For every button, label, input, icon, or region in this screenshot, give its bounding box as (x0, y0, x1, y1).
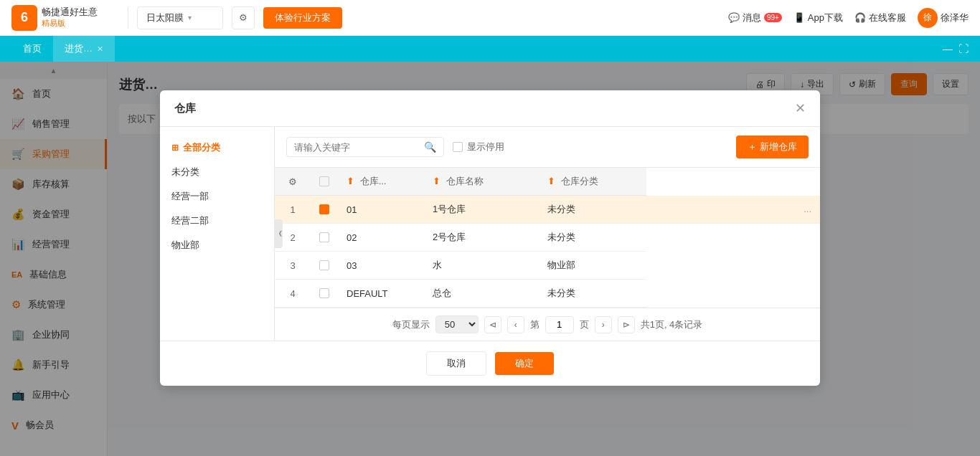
row-category: 未分类 (539, 224, 646, 252)
row-checkbox-cell[interactable] (311, 224, 338, 252)
collapse-arrow-icon: 《 (275, 229, 282, 239)
page-last-button[interactable]: ⊳ (618, 316, 635, 333)
category-item-unclassified[interactable]: 未分类 (160, 160, 274, 184)
table-row[interactable]: 3 03 水 物业部 (275, 252, 820, 280)
page-prev-button[interactable]: ‹ (507, 316, 524, 333)
row-checkbox[interactable] (319, 232, 329, 242)
modal-category-sidebar: ⊞ 全部分类 未分类 经营一部 经营二部 物业部 《 (160, 127, 275, 341)
avatar-initial: 徐 (923, 11, 932, 24)
modal-pagination: 每页显示 50 20 100 ⊲ ‹ 第 页 › ⊳ 共1页, 4条记录 (275, 308, 820, 341)
message-label: 消息 (743, 11, 761, 24)
header-right: 💬 消息 99+ 📱 App下载 🎧 在线客服 徐 徐泽华 (728, 8, 969, 28)
row-name: 2号仓库 (424, 224, 539, 252)
confirm-button[interactable]: 确定 (495, 352, 554, 375)
search-input[interactable] (294, 142, 424, 153)
category-item-all[interactable]: ⊞ 全部分类 (160, 136, 274, 160)
row-actions[interactable]: ... (646, 196, 820, 224)
message-button[interactable]: 💬 消息 99+ (728, 11, 782, 24)
page-size-select[interactable]: 50 20 100 (435, 315, 479, 333)
sort-cat-icon: ⬆ (547, 176, 555, 186)
category-item-property[interactable]: 物业部 (160, 233, 274, 257)
category-item-ops1[interactable]: 经营一部 (160, 184, 274, 209)
page-summary: 共1页, 4条记录 (641, 318, 703, 331)
grid-icon: ⊞ (171, 143, 179, 153)
search-icon[interactable]: 🔍 (424, 141, 436, 153)
table-row[interactable]: 1 01 1号仓库 未分类 ... (275, 196, 820, 224)
nav-tab-home[interactable]: 首页 (11, 36, 53, 62)
nav-expand-icon[interactable]: ⛶ (958, 43, 969, 54)
modal-close-button[interactable]: ✕ (795, 100, 806, 116)
logo-area: 6 畅捷通好生意 精易版 (11, 5, 119, 31)
category-label-ops1: 经营一部 (171, 190, 209, 203)
add-icon: ＋ (748, 141, 757, 153)
app-download-button[interactable]: 📱 App下载 (793, 11, 843, 24)
trial-button[interactable]: 体验行业方案 (263, 7, 342, 29)
chevron-down-icon: ▾ (188, 14, 192, 22)
headset-icon: 🎧 (854, 12, 866, 23)
table-row[interactable]: 2 02 2号仓库 未分类 (275, 224, 820, 252)
avatar: 徐 (918, 8, 938, 28)
th-checkbox (311, 168, 338, 196)
page-input[interactable] (545, 316, 574, 333)
row-category: 未分类 (539, 280, 646, 308)
search-box[interactable]: 🔍 (286, 137, 444, 157)
store-selector[interactable]: 日太阳膜 ▾ (137, 6, 223, 29)
online-service-button[interactable]: 🎧 在线客服 (854, 11, 906, 24)
category-label-property: 物业部 (171, 239, 199, 252)
row-checkbox[interactable] (319, 260, 329, 270)
nav-tab-purchase[interactable]: 进货… ✕ (53, 36, 115, 62)
select-all-checkbox[interactable] (319, 176, 329, 186)
top-header: 6 畅捷通好生意 精易版 日太阳膜 ▾ ⚙ 体验行业方案 💬 消息 99+ 📱 … (0, 0, 980, 36)
row-checkbox-cell[interactable] (311, 280, 338, 308)
store-name: 日太阳膜 (146, 11, 184, 24)
message-badge: 99+ (764, 13, 782, 22)
row-name: 总仓 (424, 280, 539, 308)
page-first-button[interactable]: ⊲ (484, 316, 501, 333)
row-name: 1号仓库 (424, 196, 539, 224)
add-btn-label: 新增仓库 (760, 141, 797, 153)
cancel-button[interactable]: 取消 (426, 351, 486, 376)
logo-icon: 6 (11, 5, 37, 31)
category-item-ops2[interactable]: 经营二部 (160, 209, 274, 233)
row-checkbox[interactable] (319, 204, 329, 214)
category-label-ops2: 经营二部 (171, 214, 209, 227)
nav-tab-close-icon[interactable]: ✕ (97, 44, 103, 54)
row-num: 3 (275, 252, 311, 280)
page-text: 第 (530, 318, 540, 331)
logo-sub: 精易版 (42, 18, 98, 29)
nav-minimize-icon[interactable]: — (943, 43, 953, 54)
row-checkbox-cell[interactable] (311, 252, 338, 280)
row-code: 01 (338, 196, 424, 224)
modal-toolbar: 🔍 显示停用 ＋ 新增仓库 (275, 127, 820, 168)
modal-overlay: 仓库 ✕ ⊞ 全部分类 未分类 经营一部 经营二部 (0, 62, 980, 456)
warehouse-table: ⚙ ⬆ 仓库... ⬆ (275, 168, 820, 308)
settings-button[interactable]: ⚙ (232, 6, 255, 29)
warehouse-modal: 仓库 ✕ ⊞ 全部分类 未分类 经营一部 经营二部 (160, 90, 820, 386)
sidebar-collapse-handle[interactable]: 《 (274, 219, 283, 248)
online-service-label: 在线客服 (869, 11, 906, 24)
add-warehouse-button[interactable]: ＋ 新增仓库 (736, 136, 809, 158)
table-row[interactable]: 4 DEFAULT 总仓 未分类 (275, 280, 820, 308)
row-checkbox-cell[interactable] (311, 196, 338, 224)
user-menu[interactable]: 徐 徐泽华 (918, 8, 969, 28)
category-label-all: 全部分类 (183, 141, 220, 154)
row-num: 4 (275, 280, 311, 308)
modal-header: 仓库 ✕ (160, 90, 820, 127)
app-label: App下载 (808, 11, 843, 24)
th-category: ⬆ 仓库分类 (539, 168, 646, 196)
show-disabled-checkbox[interactable] (453, 142, 463, 152)
category-label-unclassified: 未分类 (171, 166, 199, 179)
sort-name-icon: ⬆ (433, 176, 440, 186)
show-disabled-label: 显示停用 (467, 141, 504, 153)
page-label: 页 (580, 318, 589, 331)
row-category: 物业部 (539, 252, 646, 280)
page-next-button[interactable]: › (595, 316, 612, 333)
row-checkbox[interactable] (319, 288, 329, 298)
nav-tab-home-label: 首页 (23, 42, 42, 55)
th-name: ⬆ 仓库名称 (424, 168, 539, 196)
message-icon: 💬 (728, 12, 740, 23)
row-category: 未分类 (539, 196, 646, 224)
sort-icon: ⬆ (347, 176, 354, 186)
row-code: 03 (338, 252, 424, 280)
show-disabled-toggle[interactable]: 显示停用 (453, 141, 504, 153)
